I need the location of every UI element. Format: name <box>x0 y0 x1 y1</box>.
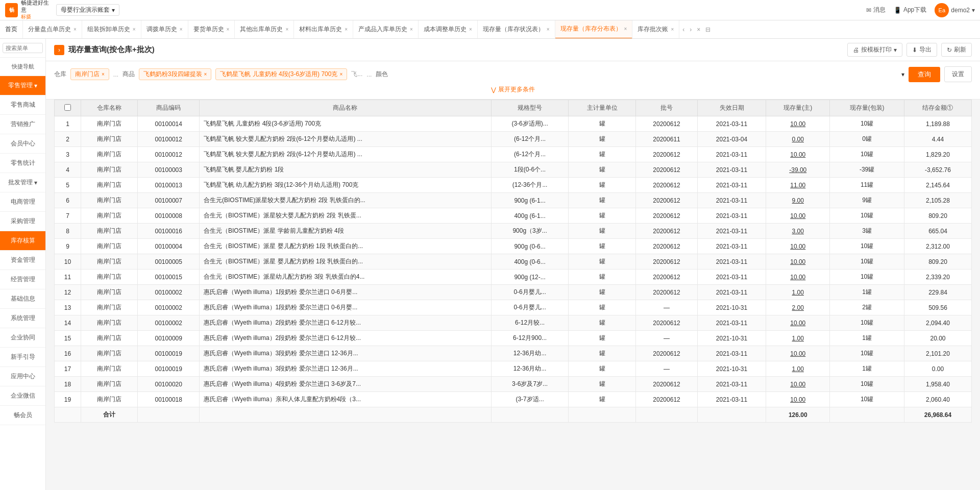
row-qty-main[interactable]: 10.00 <box>766 346 830 361</box>
tab-stock-dist[interactable]: 现存量（库存分布表） × <box>555 20 633 39</box>
app-download-btn[interactable]: 📱 App下载 <box>894 6 926 14</box>
row-qty-main[interactable]: 10.00 <box>766 239 830 254</box>
company-selector[interactable]: 母婴行业演示账套 ▾ <box>56 4 119 16</box>
tab-request[interactable]: 要货单历史 × <box>188 20 235 39</box>
sidebar-item-member[interactable]: 会员中心 <box>0 134 45 154</box>
sidebar-item-enterprise-wechat[interactable]: 企业微信 <box>0 386 45 406</box>
export-btn[interactable]: ⬇ 导出 <box>906 43 937 57</box>
row-qty-main[interactable]: 10.00 <box>766 377 830 392</box>
sidebar-item-basics[interactable]: 基础信息 <box>0 289 45 309</box>
tab-close-all[interactable]: × <box>695 25 702 34</box>
row-expire: 2021-03-11 <box>697 285 766 300</box>
row-amount: 665.04 <box>904 224 971 239</box>
toggle-sidebar-btn[interactable]: › <box>54 45 64 55</box>
goods-more-dots[interactable]: ... <box>366 71 372 78</box>
tab-menu[interactable]: ⊟ <box>703 25 713 34</box>
tab-close-other-out[interactable]: × <box>285 27 288 32</box>
tab-mix[interactable]: 调拨单历史 × <box>141 20 188 39</box>
tab-close-mix[interactable]: × <box>180 27 183 32</box>
sidebar-item-retail-stats[interactable]: 零售统计 <box>0 154 45 173</box>
row-qty-main[interactable]: 0.00 <box>766 132 830 147</box>
tab-close-material-out[interactable]: × <box>345 27 348 32</box>
row-qty-pkg: 1罐 <box>830 285 904 300</box>
sidebar-item-finance[interactable]: 资金管理 <box>0 251 45 270</box>
sidebar-item-wholesale[interactable]: 批发管理 ▾ <box>0 173 45 192</box>
user-btn[interactable]: Ea demo2 ▾ <box>935 3 975 17</box>
color-dropdown-icon[interactable]: ▾ <box>901 71 904 78</box>
sidebar-item-guide[interactable]: 新手引导 <box>0 348 45 367</box>
row-qty-main[interactable]: 10.00 <box>766 116 830 132</box>
tab-home[interactable]: 首页 <box>0 20 23 39</box>
row-qty-main[interactable]: 1.00 <box>766 285 830 300</box>
tab-disassemble[interactable]: 组装拆卸单历史 × <box>82 20 141 39</box>
message-btn[interactable]: ✉ 消息 <box>866 6 886 14</box>
sidebar-item-system[interactable]: 系统管理 <box>0 309 45 328</box>
row-qty-main[interactable]: 1.00 <box>766 361 830 377</box>
goods-tag-2-close[interactable]: × <box>339 71 342 77</box>
goods-tag-1-close[interactable]: × <box>204 71 207 77</box>
tab-close-cost-adjust[interactable]: × <box>469 27 472 32</box>
warehouse-tag[interactable]: 南岸门店 × <box>70 68 109 80</box>
row-qty-main[interactable]: 10.00 <box>766 270 830 285</box>
row-qty-main[interactable]: 1.00 <box>766 331 830 346</box>
sidebar-item-inventory[interactable]: 库存核算 <box>0 231 45 251</box>
tab-batch[interactable]: 库存批次账 × <box>632 20 679 39</box>
sidebar-item-marketing[interactable]: 营销推广 <box>0 115 45 134</box>
goods-tag-2[interactable]: 飞鹤星飞帆 儿童奶粉 4段(3-6岁适用) 700克 × <box>215 68 347 80</box>
tab-stock-status[interactable]: 现存量（库存状况表） × <box>478 20 555 39</box>
sidebar-item-retail-mgmt[interactable]: 零售管理 ▾ <box>0 76 45 95</box>
tab-other-out[interactable]: 其他出库单历史 × <box>235 20 294 39</box>
tab-close-batch[interactable]: × <box>671 27 674 32</box>
row-batch: 20200612 <box>636 315 698 331</box>
row-qty-main[interactable]: -39.00 <box>766 162 830 178</box>
row-warehouse: 南岸门店 <box>81 361 138 377</box>
setting-btn[interactable]: 设置 <box>944 66 972 82</box>
row-spec: 3-6岁及7岁... <box>491 377 568 392</box>
tab-next-arrow[interactable]: › <box>688 25 694 34</box>
tab-product-in[interactable]: 产成品入库单历史 × <box>353 20 419 39</box>
sidebar-item-retail-shop[interactable]: 零售商城 <box>0 95 45 115</box>
sidebar-item-operations[interactable]: 经营管理 <box>0 270 45 289</box>
row-amount: 2,145.64 <box>904 178 971 193</box>
sidebar-item-member-card[interactable]: 畅会员 <box>0 406 45 425</box>
refresh-btn[interactable]: ↻ 刷新 <box>941 43 972 57</box>
sidebar-item-app-center[interactable]: 应用中心 <box>0 367 45 386</box>
row-code: 00100012 <box>138 132 200 147</box>
tab-cost-adjust[interactable]: 成本调整单历史 × <box>419 20 478 39</box>
row-qty-main[interactable]: 10.00 <box>766 315 830 331</box>
query-btn[interactable]: 查询 <box>909 67 940 82</box>
tab-close-product-in[interactable]: × <box>410 27 413 32</box>
warehouse-dots[interactable]: ... <box>113 71 118 78</box>
tab-prev-arrow[interactable]: ‹ <box>680 25 687 34</box>
print-btn[interactable]: 🖨 按模板打印 ▾ <box>847 43 902 57</box>
row-unit: 罐 <box>569 116 636 132</box>
row-qty-main[interactable]: 10.00 <box>766 208 830 224</box>
warehouse-tag-close[interactable]: × <box>102 71 105 77</box>
sidebar-item-ecommerce[interactable]: 电商管理 <box>0 192 45 212</box>
col-checkbox[interactable] <box>55 100 81 116</box>
select-all-checkbox[interactable] <box>64 104 71 111</box>
row-qty-main[interactable]: 10.00 <box>766 392 830 407</box>
sidebar-item-quick-nav[interactable]: 快捷导航 <box>0 58 45 76</box>
row-qty-main[interactable]: 3.00 <box>766 224 830 239</box>
row-qty-main[interactable]: 9.00 <box>766 193 830 208</box>
tab-close-request[interactable]: × <box>227 27 230 32</box>
row-qty-main[interactable]: 10.00 <box>766 147 830 162</box>
sidebar-item-enterprise[interactable]: 企业协同 <box>0 328 45 348</box>
row-warehouse: 南岸门店 <box>81 162 138 178</box>
goods-dots[interactable]: 飞... <box>351 70 362 79</box>
tab-split[interactable]: 分量盘点单历史 × <box>23 20 82 39</box>
tab-close-split[interactable]: × <box>74 27 77 32</box>
expand-conditions-btn[interactable]: ⋁ 展开更多条件 <box>491 85 535 94</box>
tab-close-disassemble[interactable]: × <box>133 27 136 32</box>
row-qty-main[interactable]: 2.00 <box>766 300 830 315</box>
sidebar-item-purchase[interactable]: 采购管理 <box>0 212 45 231</box>
goods-tag-1[interactable]: 飞鹤奶粉3段四罐提装 × <box>139 68 212 80</box>
search-input[interactable] <box>3 43 43 53</box>
row-name: 合生元（BIOSTIME）派星幼儿配方奶粉 3段 乳铁蛋白的4... <box>200 270 492 285</box>
row-qty-main[interactable]: 11.00 <box>766 178 830 193</box>
tab-close-stock-dist[interactable]: × <box>624 26 627 32</box>
row-qty-main[interactable]: 10.00 <box>766 254 830 270</box>
tab-material-out[interactable]: 材料出库单历史 × <box>294 20 353 39</box>
tab-close-stock-status[interactable]: × <box>547 27 550 32</box>
